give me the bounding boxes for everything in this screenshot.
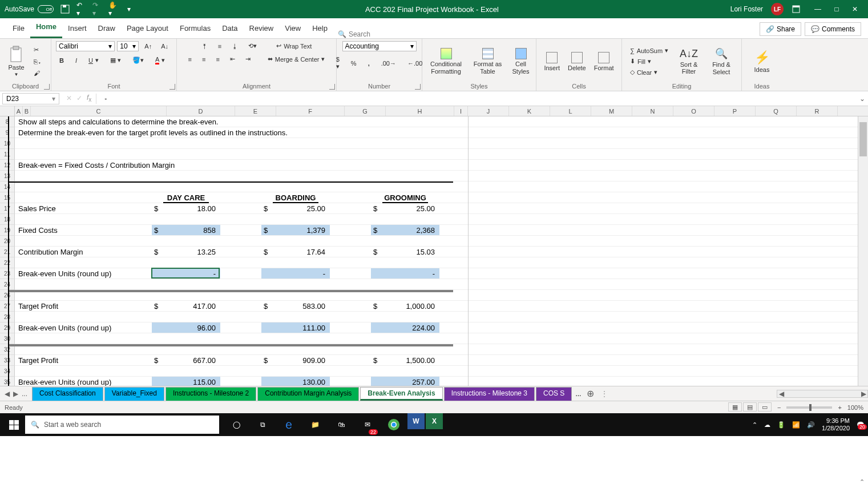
cell-F27[interactable]: 583.00 [261,302,325,310]
cell-F21[interactable]: 17.64 [261,248,325,256]
cell-C27[interactable]: Target Profit [18,302,58,310]
cell-H27[interactable]: 1,000.00 [371,302,435,310]
row-header[interactable]: 9 [0,127,15,138]
tab-data[interactable]: Data [216,21,243,38]
percent-button[interactable]: % [348,55,360,71]
cell-C35[interactable]: Break-even Units (round up) [18,378,111,386]
chrome-icon[interactable] [381,413,406,436]
tab-page-layout[interactable]: Page Layout [121,21,174,38]
column-header-B[interactable]: B [23,106,31,116]
insert-cells-button[interactable]: Insert [542,51,562,72]
clock-date[interactable]: 1/28/2020 [822,425,850,432]
tab-draw[interactable]: Draw [92,21,121,38]
column-header-J[interactable]: J [468,106,509,116]
cell-C29[interactable]: Break-even Units (round up) [18,324,111,332]
row-header[interactable]: 21 [0,247,15,257]
sheet-nav-next[interactable]: ▶ [13,390,18,398]
scrollbar-thumb[interactable] [859,122,867,156]
touch-mode-icon[interactable]: ✋▾ [108,5,118,14]
merge-center-button[interactable]: ⬌ Merge & Center ▾ [264,54,329,64]
row-header[interactable]: 27 [0,301,15,312]
fx-icon[interactable]: fx [87,94,91,103]
row-header[interactable]: 29 [0,322,15,333]
collapse-ribbon-button[interactable]: ⌃ [859,478,865,486]
zoom-out-button[interactable]: − [777,404,781,411]
expand-formula-bar-button[interactable]: ⌄ [857,95,868,103]
tab-review[interactable]: Review [244,21,280,38]
action-center-icon[interactable]: 💬20 [857,421,865,429]
find-select-button[interactable]: 🔍Find & Select [706,46,737,76]
format-painter-button[interactable]: 🖌 [30,68,45,78]
align-top-button[interactable]: ⭱ [198,42,211,51]
accounting-format-button[interactable]: $ ▾ [333,55,343,71]
copy-button[interactable]: ⎘▾ [30,57,45,66]
column-header-C[interactable]: C [31,106,167,116]
clipboard-dialog-launcher[interactable] [44,84,50,90]
conditional-formatting-button[interactable]: Conditional Formatting [424,47,469,75]
sheet-tab[interactable]: Variable_Fixed [104,387,164,401]
cell-D17[interactable]: 18.00 [152,204,216,213]
borders-button[interactable]: ▦ ▾ [107,55,124,65]
cell-D33[interactable]: 667.00 [152,356,216,365]
sheet-tab[interactable]: Break-Even Analysis [360,387,442,401]
row-header[interactable]: 19 [0,225,15,236]
zoom-in-button[interactable]: + [838,404,841,411]
comma-button[interactable]: , [365,55,373,71]
page-break-view-button[interactable]: ▭ [758,402,772,412]
align-bottom-button[interactable]: ⭳ [228,42,241,51]
mail-icon[interactable]: ✉22 [355,413,380,436]
row-header[interactable]: 17 [0,203,15,214]
tab-file[interactable]: File [7,21,30,38]
row-header[interactable]: 28 [0,312,15,322]
column-header-D[interactable]: D [167,106,235,116]
word-icon[interactable]: W [407,413,425,429]
row-header[interactable]: 34 [0,366,15,377]
font-dialog-launcher[interactable] [169,84,175,90]
cell-D19[interactable]: 858 [152,226,216,235]
row-header[interactable]: 23 [0,268,15,279]
increase-indent-button[interactable]: ⇥ [242,54,254,64]
qat-customize-icon[interactable]: ▾ [124,5,134,14]
zoom-thumb[interactable] [809,404,812,411]
tab-help[interactable]: Help [306,21,333,38]
cell-styles-button[interactable]: Cell Styles [507,47,535,75]
cell-C23[interactable]: Break-even Units (round up) [18,269,111,278]
cell-F33[interactable]: 909.00 [261,356,325,365]
cell-C17[interactable]: Sales Price [18,204,56,213]
cortana-icon[interactable]: ◯ [224,413,249,436]
sheet-tab[interactable]: Instructions - Milestone 3 [444,387,535,401]
tab-insert[interactable]: Insert [62,21,92,38]
name-box[interactable]: D23▾ [2,93,59,104]
share-button[interactable]: 🔗Share [760,22,801,36]
italic-button[interactable]: I [72,56,80,65]
row-header[interactable]: 8 [0,116,15,127]
sheet-nav-prev[interactable]: ◀ [5,390,10,398]
row-header[interactable]: 22 [0,257,15,268]
cell-C19[interactable]: Fixed Costs [18,226,58,235]
microsoft-store-icon[interactable]: 🛍 [329,413,354,436]
row-header[interactable]: 30 [0,333,15,344]
vertical-scrollbar[interactable] [858,116,868,386]
row-header[interactable]: 12 [0,160,15,171]
task-view-icon[interactable]: ⧉ [250,413,275,436]
decrease-font-button[interactable]: A↓ [158,41,172,51]
ideas-button[interactable]: ⚡Ideas [752,49,772,74]
font-size-select[interactable]: 10▾ [117,41,139,51]
ribbon-display-icon[interactable] [792,5,801,14]
column-header-F[interactable]: F [276,106,345,116]
column-header-L[interactable]: L [550,106,591,116]
row-header[interactable]: 14 [0,182,15,192]
column-header-O[interactable]: O [673,106,714,116]
tell-me-search[interactable]: 🔍 Search [338,30,370,38]
redo-icon[interactable]: ↷ ▾ [92,5,102,14]
taskbar-search[interactable]: 🔍 Start a web search [25,416,219,434]
orientation-button[interactable]: ⟲▾ [245,41,260,51]
enter-formula-icon[interactable]: ✓ [76,94,82,102]
row-header[interactable]: 20 [0,236,15,247]
save-icon[interactable] [60,5,70,14]
zoom-slider[interactable] [786,406,832,409]
align-middle-button[interactable]: ≡ [215,42,225,51]
cell-D23[interactable]: - [152,269,216,278]
cell-H15[interactable]: GROOMING [371,193,439,202]
column-header-A[interactable]: A [15,106,23,116]
